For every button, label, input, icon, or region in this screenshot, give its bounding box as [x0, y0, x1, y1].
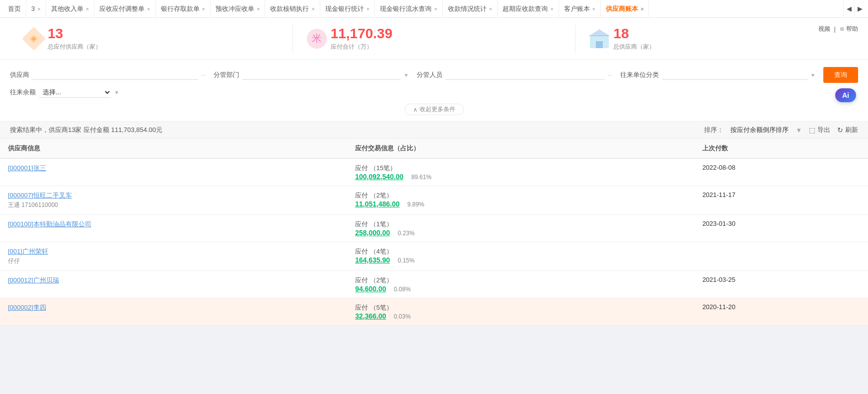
nav-tab-t3[interactable]: 3× — [26, 0, 46, 18]
close-tab-cash-bank-stat[interactable]: × — [366, 6, 369, 12]
filter-person: 分管人员 ··· — [417, 70, 612, 80]
ai-button[interactable]: Ai — [835, 88, 856, 102]
results-actions: 排序： 按应付余额倒序排序 ▼ ⬚ 导出 ↻ 刷新 — [704, 126, 858, 134]
last-pay-date: 2021-11-17 — [702, 191, 735, 198]
nav-tab-collection-stat[interactable]: 收款情况统计× — [443, 0, 498, 18]
collapse-label: 收起更多条件 — [420, 105, 455, 114]
close-tab-t3[interactable]: × — [37, 6, 40, 12]
payable-pct: 0.03% — [394, 313, 411, 320]
close-tab-bank-deposit[interactable]: × — [202, 6, 205, 12]
refresh-icon: ↻ — [837, 126, 843, 134]
top-links: 视频 | ⊙ 帮助 — [818, 25, 858, 33]
supplier-link[interactable]: [000002]李四 — [8, 304, 46, 311]
col-last-payment: 上次付数 — [694, 139, 868, 158]
payable-amount[interactable]: 94,600.00 — [355, 285, 386, 293]
supplier-link[interactable]: [001]广州荣轩 — [8, 248, 48, 255]
category-label: 往来单位分类 — [620, 70, 659, 79]
payable-amount-row: 11,051,486.00 9.89% — [355, 200, 686, 208]
payable-amount[interactable]: 100,092,540.00 — [355, 173, 403, 181]
supplier-link[interactable]: [000001]张三 — [8, 164, 46, 172]
table-row: [000007]恒旺二手叉车王通 17106110000 应付 （2笔） 11,… — [0, 186, 868, 215]
supplier-link[interactable]: [000007]恒旺二手叉车 — [8, 192, 72, 199]
close-tab-collection-stat[interactable]: × — [489, 6, 492, 12]
close-tab-overdue-collect[interactable]: × — [550, 6, 553, 12]
balance-label: 往来余额 — [10, 88, 36, 97]
nav-right-arrow[interactable]: ▶ — [854, 0, 865, 18]
summary-bar: 视频 | ⊙ 帮助 ◈ 13 总应付供应商（家） 米 11,170.39 应付合… — [0, 18, 868, 60]
nav-tab-prepay-collect[interactable]: 预收冲应收单× — [211, 0, 265, 18]
payable-amount[interactable]: 32,366.00 — [355, 312, 386, 320]
close-tab-receipt-audit[interactable]: × — [311, 6, 314, 12]
payable-pct: 0.15% — [398, 257, 415, 264]
col-supplier-info: 供应商信息 — [0, 139, 347, 158]
close-tab-other-income[interactable]: × — [86, 6, 89, 12]
export-button[interactable]: ⬚ 导出 — [809, 126, 830, 134]
table-wrap: 供应商信息 应付交易信息（占比） 上次付数 [000001]张三 应付 （15笔… — [0, 139, 868, 326]
payable-label: 应付 （2笔） — [355, 276, 393, 284]
payable-amount[interactable]: 11,051,486.00 — [355, 200, 400, 208]
summary-number-payable-suppliers: 13 — [48, 26, 101, 42]
sort-value[interactable]: 按应付余额倒序排序 — [730, 126, 789, 134]
payable-amount-row: 100,092,540.00 89.61% — [355, 173, 686, 181]
close-tab-prepay-collect[interactable]: × — [257, 6, 260, 12]
nav-arrows: ◀ ▶ — [843, 0, 865, 18]
nav-tab-ar-adjustment[interactable]: 应收应付调整单× — [94, 0, 155, 18]
nav-tab-bank-deposit[interactable]: 银行存取款单× — [156, 0, 211, 18]
help-link[interactable]: ⊙ 帮助 — [840, 25, 858, 33]
payable-cell: 应付 （1笔） 258,000.00 0.23% — [347, 215, 694, 242]
summary-label-total-suppliers: 总供应商（家） — [613, 43, 655, 51]
balance-dropdown-icon[interactable]: ▼ — [114, 90, 119, 95]
divider: | — [834, 26, 836, 33]
person-input[interactable] — [445, 70, 605, 80]
payable-label: 应付 （2笔） — [355, 192, 393, 199]
supplier-link[interactable]: [000012]广州贝瑞 — [8, 276, 59, 284]
summary-text-total-suppliers: 18 总供应商（家） — [613, 26, 655, 51]
category-dropdown-icon[interactable]: ▼ — [810, 72, 815, 78]
person-dots[interactable]: ··· — [608, 72, 612, 78]
balance-select[interactable]: 选择... — [39, 87, 111, 98]
payable-amount[interactable]: 258,000.00 — [355, 229, 390, 237]
payable-cell: 应付 （15笔） 100,092,540.00 89.61% — [347, 158, 694, 186]
results-summary: 搜索结果中，供应商13家 应付金额 111,703,854.00元 — [10, 126, 162, 134]
collapse-bar: ∧ 收起更多条件 — [10, 102, 858, 116]
summary-number-payable-total: 11,170.39 — [331, 26, 393, 42]
summary-item-total-suppliers: 18 总供应商（家） — [576, 25, 858, 53]
nav-tab-overdue-collect[interactable]: 超期应收款查询× — [498, 0, 559, 18]
top-nav: 首页3×其他收入单×应收应付调整单×银行存取款单×预收冲应收单×收款核销执行×现… — [0, 0, 868, 18]
refresh-label: 刷新 — [845, 126, 858, 134]
filter-supplier: 供应商 ··· — [10, 70, 206, 80]
nav-tab-receipt-audit[interactable]: 收款核销执行× — [265, 0, 320, 18]
video-link[interactable]: 视频 — [818, 25, 830, 33]
table-row: [001]广州荣轩仔仔 应付 （4笔） 164,635.90 0.15% — [0, 242, 868, 271]
nav-tab-customer-account[interactable]: 客户账本× — [559, 0, 601, 18]
payable-pct: 89.61% — [411, 174, 432, 181]
close-tab-customer-account[interactable]: × — [592, 6, 595, 12]
close-tab-ar-adjustment[interactable]: × — [147, 6, 150, 12]
filter-row-1: 供应商 ··· 分管部门 ▼ 分管人员 ··· 往来单位分类 ▼ 查询 — [10, 67, 858, 83]
dept-dropdown-icon[interactable]: ▼ — [404, 72, 409, 78]
supplier-cell: [001]广州荣轩仔仔 — [0, 242, 347, 271]
nav-left-arrow[interactable]: ◀ — [843, 0, 854, 18]
nav-tab-other-income[interactable]: 其他收入单× — [46, 0, 94, 18]
collapse-icon: ∧ — [413, 106, 418, 113]
supplier-input[interactable] — [32, 70, 198, 80]
last-pay-date: 2022-08-08 — [702, 164, 735, 171]
summary-text-payable-total: 11,170.39 应付合计（万） — [331, 26, 393, 51]
supplier-link[interactable]: [000100]本特勤油品有限公司 — [8, 220, 91, 228]
query-button[interactable]: 查询 — [823, 67, 858, 83]
close-tab-cash-bank-flow[interactable]: × — [434, 6, 437, 12]
filter-category: 往来单位分类 ▼ — [620, 70, 816, 80]
category-input[interactable] — [662, 70, 808, 80]
collapse-button[interactable]: ∧ 收起更多条件 — [405, 104, 464, 115]
nav-tab-cash-bank-flow[interactable]: 现金银行流水查询× — [375, 0, 442, 18]
refresh-button[interactable]: ↻ 刷新 — [837, 126, 858, 134]
nav-tab-supplier-account[interactable]: 供应商账本× — [601, 0, 649, 18]
close-tab-supplier-account[interactable]: × — [641, 6, 644, 12]
nav-tab-cash-bank-stat[interactable]: 现金银行统计× — [320, 0, 375, 18]
payable-label: 应付 （4笔） — [355, 248, 393, 255]
payable-amount[interactable]: 164,635.90 — [355, 256, 390, 264]
supplier-cell: [000100]本特勤油品有限公司 — [0, 215, 347, 242]
dept-input[interactable] — [242, 70, 401, 80]
nav-tab-home[interactable]: 首页 — [3, 0, 26, 18]
supplier-dots[interactable]: ··· — [201, 72, 205, 78]
